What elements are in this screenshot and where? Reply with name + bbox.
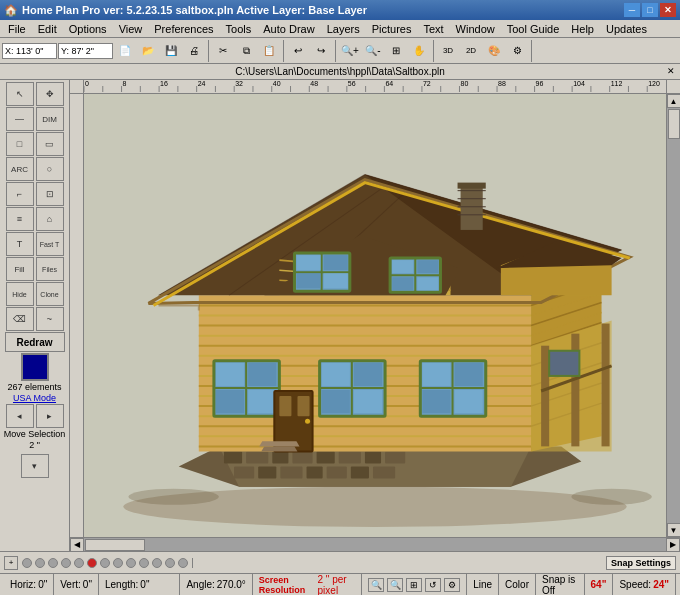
tb-print[interactable]: 🖨 [183, 40, 205, 62]
tb-pan[interactable]: ✋ [408, 40, 430, 62]
tb-cut[interactable]: ✂ [212, 40, 234, 62]
lt-color-swatch[interactable] [21, 353, 49, 381]
lt-curve[interactable]: ~ [36, 307, 64, 331]
canvas-body: ▲ ▼ [70, 94, 680, 537]
lt-hide[interactable]: Hide [6, 282, 34, 306]
menu-options[interactable]: Options [63, 21, 113, 37]
menu-view[interactable]: View [113, 21, 149, 37]
path-close-button[interactable]: ✕ [664, 64, 678, 78]
scroll-track-vertical[interactable] [667, 108, 681, 523]
ruler-left-canvas [70, 94, 84, 537]
lt-clone[interactable]: Clone [36, 282, 64, 306]
snap-dot-8[interactable] [113, 558, 123, 568]
snap-field: Snap is Off [536, 574, 585, 595]
toolbar-undo-group: ↩ ↪ [287, 40, 336, 62]
snap-dot-2[interactable] [35, 558, 45, 568]
menu-help[interactable]: Help [565, 21, 600, 37]
snap-dot-9[interactable] [126, 558, 136, 568]
tb-copy[interactable]: ⧉ [235, 40, 257, 62]
scroll-thumb-vertical[interactable] [668, 109, 680, 139]
lt-wall[interactable]: □ [6, 132, 34, 156]
lt-pointer[interactable]: ↖ [6, 82, 34, 106]
ruler-top [84, 80, 666, 94]
menu-toolguide[interactable]: Tool Guide [501, 21, 566, 37]
bt-add-button[interactable]: + [4, 556, 18, 570]
usa-mode[interactable]: USA Mode [13, 393, 56, 403]
tb-3d[interactable]: 3D [437, 40, 459, 62]
lt-circle[interactable]: ○ [36, 157, 64, 181]
lt-line[interactable]: — [6, 107, 34, 131]
lt-row-3: □ ▭ [6, 132, 64, 156]
menu-preferences[interactable]: Preferences [148, 21, 219, 37]
zoom-reset-status-btn[interactable]: ↺ [425, 578, 441, 592]
lt-door[interactable]: ⌐ [6, 182, 34, 206]
snap-dot-11[interactable] [152, 558, 162, 568]
lt-arrow-down[interactable]: ▾ [21, 454, 49, 478]
scroll-down-button[interactable]: ▼ [667, 523, 681, 537]
svg-rect-64 [417, 260, 438, 273]
snap-dot-3[interactable] [48, 558, 58, 568]
snap-dot-4[interactable] [61, 558, 71, 568]
tb-render[interactable]: 🎨 [483, 40, 505, 62]
tb-redo[interactable]: ↪ [310, 40, 332, 62]
snap-dot-13[interactable] [178, 558, 188, 568]
tb-snap[interactable]: ⚙ [506, 40, 528, 62]
menu-layers[interactable]: Layers [321, 21, 366, 37]
lt-window[interactable]: ⊡ [36, 182, 64, 206]
lt-arrow-right[interactable]: ▸ [36, 404, 64, 428]
zoom-custom-status-btn[interactable]: ⚙ [444, 578, 460, 592]
lt-move[interactable]: ✥ [36, 82, 64, 106]
lt-eraser[interactable]: ⌫ [6, 307, 34, 331]
tb-new[interactable]: 📄 [114, 40, 136, 62]
lt-fast[interactable]: Fast T [36, 232, 64, 256]
lt-arrow-left[interactable]: ◂ [6, 404, 34, 428]
scroll-track-horizontal[interactable] [84, 538, 666, 552]
menu-file[interactable]: File [2, 21, 32, 37]
lt-text[interactable]: T [6, 232, 34, 256]
lt-files[interactable]: Files [36, 257, 64, 281]
snap-dot-1[interactable] [22, 558, 32, 568]
tb-save[interactable]: 💾 [160, 40, 182, 62]
snap-dot-10[interactable] [139, 558, 149, 568]
menu-autodraw[interactable]: Auto Draw [257, 21, 320, 37]
snap-dot-7[interactable] [100, 558, 110, 568]
lt-arc[interactable]: ARC [6, 157, 34, 181]
menu-window[interactable]: Window [450, 21, 501, 37]
menu-edit[interactable]: Edit [32, 21, 63, 37]
lt-roof[interactable]: ⌂ [36, 207, 64, 231]
lt-stairs[interactable]: ≡ [6, 207, 34, 231]
snap-dot-12[interactable] [165, 558, 175, 568]
scroll-thumb-horizontal[interactable] [85, 539, 145, 551]
scroll-right-button[interactable]: ▶ [666, 538, 680, 552]
menu-tools[interactable]: Tools [220, 21, 258, 37]
snap-dot-5[interactable] [74, 558, 84, 568]
minimize-button[interactable]: ─ [624, 3, 640, 17]
zoom-fit-status-btn[interactable]: ⊞ [406, 578, 422, 592]
tb-zoom-out[interactable]: 🔍- [362, 40, 384, 62]
menu-text[interactable]: Text [417, 21, 449, 37]
line-field: Line [467, 574, 499, 595]
svg-rect-7 [339, 451, 361, 463]
lt-dim[interactable]: DIM [36, 107, 64, 131]
menu-updates[interactable]: Updates [600, 21, 653, 37]
snap-settings-button[interactable]: Snap Settings [606, 556, 676, 570]
tb-open[interactable]: 📂 [137, 40, 159, 62]
lt-redraw-button[interactable]: Redraw [5, 332, 65, 352]
tb-zoom-fit[interactable]: ⊞ [385, 40, 407, 62]
menu-pictures[interactable]: Pictures [366, 21, 418, 37]
zoom-out-status-btn[interactable]: 🔍 [387, 578, 403, 592]
scroll-left-button[interactable]: ◀ [70, 538, 84, 552]
scroll-up-button[interactable]: ▲ [667, 94, 681, 108]
maximize-button[interactable]: □ [642, 3, 658, 17]
close-button[interactable]: ✕ [660, 3, 676, 17]
main-area: ↖ ✥ — DIM □ ▭ ARC ○ ⌐ ⊡ ≡ ⌂ T Fast T Fil… [0, 80, 680, 551]
drawing-area[interactable] [84, 94, 666, 537]
tb-zoom-in[interactable]: 🔍+ [339, 40, 361, 62]
snap-dot-6[interactable] [87, 558, 97, 568]
tb-undo[interactable]: ↩ [287, 40, 309, 62]
tb-paste[interactable]: 📋 [258, 40, 280, 62]
lt-fill[interactable]: Fill [6, 257, 34, 281]
zoom-in-status-btn[interactable]: 🔍 [368, 578, 384, 592]
lt-rect[interactable]: ▭ [36, 132, 64, 156]
tb-plan[interactable]: 2D [460, 40, 482, 62]
